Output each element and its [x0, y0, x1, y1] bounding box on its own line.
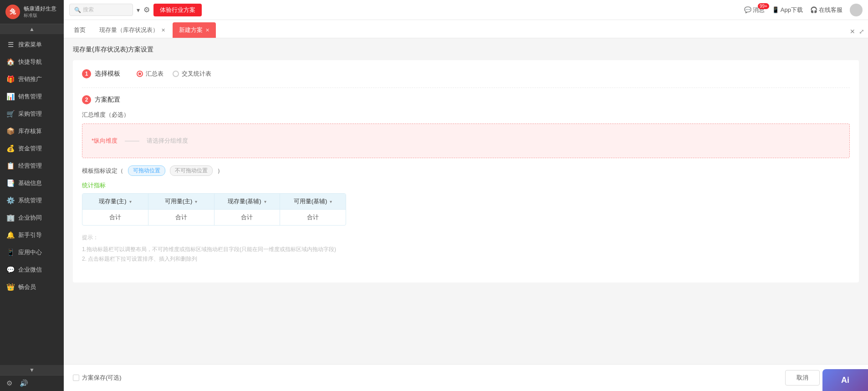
stats-cell-0-3: 合计 — [280, 210, 346, 225]
sidebar-item-enterprise[interactable]: 🏢 企业协同 — [0, 209, 64, 226]
message-btn[interactable]: 💬 消息 99+ — [744, 6, 765, 14]
step2-num: 2 — [82, 95, 91, 104]
app-logo-text: 畅康通好生意 标准版 — [24, 5, 56, 19]
indicator-settings: 模板指标设定（ 可拖动位置 不可拖动位置 ） 统计指标 现存量(主) ▾ — [82, 165, 850, 226]
draggable-chip[interactable]: 可拖动位置 — [128, 165, 165, 176]
save-option: 方案保存(可选) — [73, 374, 122, 382]
search-menu-icon: ☰ — [6, 41, 15, 49]
sidebar-item-marketing[interactable]: 🎁 营销推广 — [0, 71, 64, 88]
sidebar-item-inventory[interactable]: 📦 库存核算 — [0, 123, 64, 140]
page-title: 现存量(库存状况表)方案设置 — [73, 46, 859, 54]
sidebar-item-quick-nav[interactable]: 🏠 快捷导航 — [0, 53, 64, 71]
sidebar-item-wechat[interactable]: 💬 企业微信 — [0, 261, 64, 278]
sidebar-item-operations[interactable]: 📋 经营管理 — [0, 157, 64, 175]
sidebar-item-guide[interactable]: 🔔 新手引导 — [0, 226, 64, 244]
app-logo-icon: 兔 — [5, 5, 20, 19]
sidebar-logo: 兔 畅康通好生意 标准版 — [0, 0, 64, 24]
wechat-icon: 💬 — [6, 266, 15, 274]
sidebar-item-sales[interactable]: 📊 销售管理 — [0, 88, 64, 105]
tab-home[interactable]: 首页 — [67, 22, 92, 38]
sidebar-scroll-down[interactable]: ▼ — [0, 365, 64, 375]
stats-col-1[interactable]: 可用量(主) ▾ — [148, 194, 214, 209]
sidebar-item-search-menu[interactable]: ☰ 搜索菜单 — [0, 36, 64, 53]
stats-col-0[interactable]: 现存量(主) ▾ — [82, 194, 148, 209]
stats-col-2[interactable]: 现存量(基辅) ▾ — [214, 194, 281, 209]
marketing-icon: 🎁 — [6, 75, 15, 83]
app-download-icon: 📱 — [772, 6, 779, 13]
stats-data-row-0: 合计 合计 合计 合计 — [82, 209, 346, 225]
sidebar-item-basic-info[interactable]: 📑 基础信息 — [0, 175, 64, 192]
system-icon: ⚙️ — [6, 196, 15, 205]
customer-service-btn[interactable]: 🎧 在线客服 — [810, 6, 842, 14]
message-icon: 💬 — [744, 6, 751, 13]
stats-header-row: 现存量(主) ▾ 可用量(主) ▾ 现存量(基辅) ▾ — [82, 194, 346, 209]
stats-col-3[interactable]: 可用量(基辅) ▾ — [280, 194, 346, 209]
col0-dropdown-icon[interactable]: ▾ — [129, 199, 132, 204]
main-area: 🔍 搜索 ▾ ⚙ 体验行业方案 💬 消息 99+ 📱 App下载 🎧 在线客服 — [64, 0, 868, 391]
step1-num: 1 — [82, 69, 91, 78]
sidebar-item-app-center[interactable]: 📱 应用中心 — [0, 244, 64, 261]
inventory-icon: 📦 — [6, 127, 15, 135]
operations-icon: 📋 — [6, 162, 15, 170]
stats-cell-0-2: 合计 — [214, 210, 281, 225]
stats-cell-0-0: 合计 — [82, 210, 148, 225]
tab-bar: 首页 现存量（库存状况表） ✕ 新建方案 ✕ ✕ ⤢ — [64, 20, 868, 38]
ai-float-button[interactable]: Ai — [822, 369, 868, 391]
save-option-label: 方案保存(可选) — [82, 374, 122, 382]
radio-cross-circle — [173, 71, 179, 77]
sidebar-item-system[interactable]: ⚙️ 系统管理 — [0, 192, 64, 209]
dimension-required-area[interactable]: *纵向维度 —— 请选择分组维度 — [82, 123, 850, 158]
tab-new-scheme[interactable]: 新建方案 ✕ — [173, 22, 216, 38]
topbar: 🔍 搜索 ▾ ⚙ 体验行业方案 💬 消息 99+ 📱 App下载 🎧 在线客服 — [64, 0, 868, 20]
stats-cell-0-1: 合计 — [148, 210, 214, 225]
window-close-btn[interactable]: ✕ — [850, 28, 855, 35]
non-draggable-chip: 不可拖动位置 — [170, 165, 213, 176]
radio-cross[interactable]: 交叉统计表 — [173, 70, 211, 78]
tab-inventory-close-icon[interactable]: ✕ — [161, 27, 165, 33]
window-expand-btn[interactable]: ⤢ — [859, 28, 864, 35]
dimension-placeholder: 请选择分组维度 — [147, 137, 188, 145]
stats-table: 现存量(主) ▾ 可用量(主) ▾ 现存量(基辅) ▾ — [82, 193, 346, 226]
sidebar: 兔 畅康通好生意 标准版 ▲ ☰ 搜索菜单 🏠 快捷导航 🎁 营销推广 📊 销售… — [0, 0, 64, 391]
summary-dimension-label: 汇总维度（必选） — [82, 111, 850, 119]
sidebar-scroll-up[interactable]: ▲ — [0, 24, 64, 34]
radio-summary[interactable]: 汇总表 — [137, 70, 163, 78]
user-avatar[interactable] — [850, 4, 863, 16]
topbar-right: 💬 消息 99+ 📱 App下载 🎧 在线客服 — [744, 4, 863, 16]
sound-footer-icon[interactable]: 🔊 — [20, 379, 28, 387]
cancel-button[interactable]: 取消 — [785, 370, 820, 386]
topbar-search-box[interactable]: 🔍 搜索 — [69, 4, 133, 16]
topbar-gear-icon[interactable]: ⚙ — [143, 5, 150, 14]
stats-section: 统计指标 现存量(主) ▾ 可用量(主) ▾ — [82, 181, 850, 226]
sidebar-item-purchase[interactable]: 🛒 采购管理 — [0, 105, 64, 123]
radio-summary-circle — [137, 71, 143, 77]
step1-section: 1 选择模板 汇总表 交叉统计表 — [82, 69, 850, 78]
enterprise-icon: 🏢 — [6, 214, 15, 222]
app-download-btn[interactable]: 📱 App下载 — [772, 6, 803, 14]
content-area: 现存量(库存状况表)方案设置 1 选择模板 汇总表 交叉统计表 — [64, 38, 868, 364]
step2-header: 2 方案配置 — [82, 95, 850, 104]
tab-new-scheme-close-icon[interactable]: ✕ — [205, 27, 209, 33]
app-center-icon: 📱 — [6, 248, 15, 257]
sidebar-footer: ⚙ 🔊 — [0, 375, 64, 391]
guide-icon: 🔔 — [6, 231, 15, 239]
tab-inventory-status[interactable]: 现存量（库存状况表） ✕ — [93, 22, 172, 38]
member-icon: 👑 — [6, 283, 15, 291]
trial-btn[interactable]: 体验行业方案 — [153, 4, 202, 16]
tips-section: 提示： 1.拖动标题栏可以调整布局，不可跨维度或指标区域拖动栏目字段(只能在同一… — [82, 233, 850, 264]
sidebar-item-member[interactable]: 👑 畅会员 — [0, 278, 64, 296]
sidebar-item-finance[interactable]: 💰 资金管理 — [0, 140, 64, 157]
stats-title: 统计指标 — [82, 181, 850, 190]
home-icon: 🏠 — [6, 58, 15, 66]
message-badge: 99+ — [758, 3, 769, 9]
window-controls: ✕ ⤢ — [850, 28, 864, 38]
save-checkbox[interactable] — [73, 375, 79, 381]
topbar-dropdown-icon[interactable]: ▾ — [137, 6, 140, 14]
col3-dropdown-icon[interactable]: ▾ — [330, 199, 332, 204]
step2-title: 方案配置 — [95, 96, 120, 104]
col1-dropdown-icon[interactable]: ▾ — [195, 199, 197, 204]
sidebar-nav: ☰ 搜索菜单 🏠 快捷导航 🎁 营销推广 📊 销售管理 🛒 采购管理 📦 库存核… — [0, 34, 64, 365]
settings-footer-icon[interactable]: ⚙ — [6, 379, 12, 387]
vertical-dimension-label: *纵向维度 — [92, 137, 117, 145]
col2-dropdown-icon[interactable]: ▾ — [264, 199, 266, 204]
